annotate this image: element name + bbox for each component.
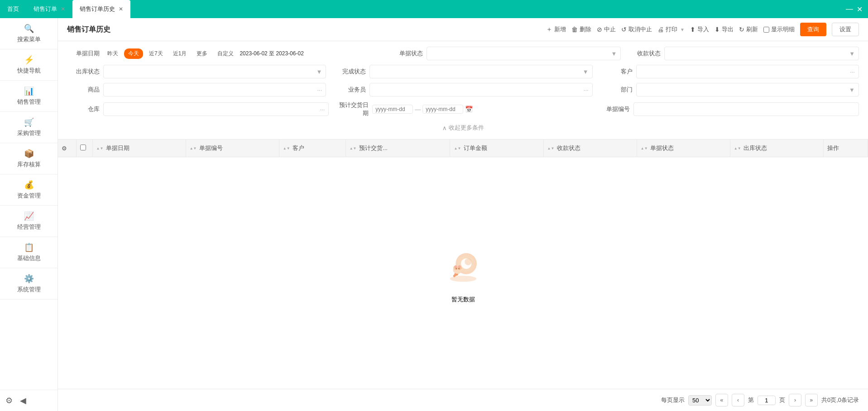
date-tag-more[interactable]: 更多: [192, 48, 211, 59]
sidebar-item-system-mgmt[interactable]: ⚙️ 系统管理: [0, 268, 58, 300]
stop-button[interactable]: ⊘ 中止: [597, 25, 616, 34]
delivery-status-field[interactable]: ▼: [103, 65, 326, 78]
product-field[interactable]: ···: [103, 83, 326, 97]
minimize-icon[interactable]: —: [846, 5, 853, 13]
col-number[interactable]: ▲▼ 单据编号: [186, 140, 279, 157]
sidebar-item-purchase-mgmt[interactable]: 🛒 采购管理: [0, 112, 58, 143]
filter-row-4: 仓库 ··· 预计交货日期 — 📅 单据编号: [67, 101, 859, 117]
sidebar-item-search-menu[interactable]: 🔍 搜索菜单: [0, 18, 58, 49]
department-field[interactable]: ▼: [636, 83, 859, 97]
salesperson-field[interactable]: ···: [369, 83, 592, 97]
payment-status-field[interactable]: ▼: [664, 47, 859, 60]
basic-info-icon: 📋: [24, 242, 34, 252]
finance-icon: 💰: [24, 180, 34, 190]
customer-field[interactable]: ···: [636, 65, 859, 78]
salesperson-label: 业务员: [333, 86, 369, 94]
tab-sales-order-history-close[interactable]: ✕: [119, 6, 123, 12]
page-label: 页: [779, 396, 785, 404]
sidebar-item-basic-info[interactable]: 📋 基础信息: [0, 237, 58, 268]
first-page-button[interactable]: «: [715, 394, 728, 406]
quick-nav-icon: ⚡: [24, 55, 34, 65]
toolbar: ＋ 新增 🗑 删除 ⊘ 中止 ↺ 取消中止 🖨 打印: [546, 23, 859, 36]
print-icon: 🖨: [657, 26, 664, 33]
doc-number-label: 单据编号: [597, 105, 633, 113]
delete-icon: 🗑: [571, 26, 578, 33]
tab-home-label: 首页: [7, 5, 19, 13]
col-delivery-status[interactable]: ▲▼ 出库状态: [730, 140, 823, 157]
date-tag-yesterday[interactable]: 昨天: [103, 48, 122, 59]
sidebar-settings-icon[interactable]: ⚙: [5, 396, 13, 406]
tab-sales-order-close[interactable]: ✕: [61, 6, 65, 12]
display-toggle-checkbox[interactable]: [763, 27, 769, 33]
export-label: 导出: [722, 25, 734, 34]
col-order-status[interactable]: ▲▼ 单据状态: [637, 140, 730, 157]
delivery-date-start[interactable]: [372, 105, 413, 114]
tab-sales-order-history[interactable]: 销售订单历史 ✕: [72, 0, 130, 18]
search-menu-icon: 🔍: [24, 24, 34, 34]
col-date[interactable]: ▲▼ 单据日期: [92, 140, 186, 157]
salesperson-ellipsis-icon: ···: [584, 87, 589, 93]
tab-home[interactable]: 首页: [0, 0, 26, 18]
col-customer[interactable]: ▲▼ 客户: [279, 140, 345, 157]
export-button[interactable]: ⬇ 导出: [715, 25, 734, 34]
col-checkbox[interactable]: [76, 140, 92, 157]
completion-status-field[interactable]: ▼: [369, 65, 592, 78]
print-button[interactable]: 🖨 打印 ▼: [657, 25, 685, 34]
system-mgmt-icon: ⚙️: [24, 274, 34, 284]
select-all-checkbox[interactable]: [80, 145, 86, 150]
sidebar-item-purchase-mgmt-label: 采购管理: [17, 129, 41, 137]
sidebar-item-finance[interactable]: 💰 资金管理: [0, 174, 58, 206]
cancel-stop-button[interactable]: ↺ 取消中止: [621, 25, 652, 34]
prev-page-button[interactable]: ‹: [732, 394, 744, 406]
next-page-button[interactable]: ›: [789, 394, 801, 406]
date-tag-today[interactable]: 今天: [124, 48, 143, 59]
warehouse-label: 仓库: [67, 105, 103, 113]
col-amount[interactable]: ▲▼ 订单金额: [450, 140, 543, 157]
print-label: 打印: [666, 25, 677, 34]
purchase-mgmt-icon: 🛒: [24, 117, 34, 127]
page-size-select[interactable]: 10 20 50 100: [688, 395, 712, 406]
query-button[interactable]: 查询: [800, 23, 826, 36]
delivery-date-end[interactable]: [422, 105, 463, 114]
delete-button[interactable]: 🗑 删除: [571, 25, 591, 34]
sidebar-item-quick-nav[interactable]: ⚡ 快捷导航: [0, 49, 58, 81]
order-status-field[interactable]: ▼: [427, 47, 621, 60]
doc-number-field[interactable]: [633, 102, 859, 116]
col-delivery-date[interactable]: ▲▼ 预计交货...: [345, 140, 450, 157]
display-toggle[interactable]: 显示明细: [763, 25, 795, 34]
stop-label: 中止: [604, 25, 616, 34]
payment-status-label: 收款状态: [628, 49, 664, 58]
col-settings[interactable]: ⚙: [58, 140, 76, 157]
col-payment-status[interactable]: ▲▼ 收款状态: [543, 140, 637, 157]
close-window-icon[interactable]: ✕: [857, 5, 863, 14]
delivery-date-calendar-end[interactable]: 📅: [465, 106, 473, 113]
sidebar-collapse-icon[interactable]: ◀: [20, 396, 26, 406]
collapse-bar[interactable]: ∧ 收起更多条件: [67, 122, 859, 134]
table-area: ⚙ ▲▼ 单据日期 ▲▼ 单据编号 ▲▼: [58, 140, 868, 389]
product-label: 商品: [67, 86, 103, 94]
import-button[interactable]: ⬆ 导入: [690, 25, 709, 34]
date-tag-custom[interactable]: 自定义: [213, 48, 238, 59]
warehouse-field[interactable]: ···: [103, 102, 329, 116]
content-area: 销售订单历史 ＋ 新增 🗑 删除 ⊘ 中止 ↺ 取消中止: [58, 18, 868, 411]
sidebar-item-inventory[interactable]: 📦 库存核算: [0, 143, 58, 174]
last-page-button[interactable]: »: [805, 394, 818, 406]
order-status-arrow: ▼: [611, 50, 617, 57]
date-tag-7days[interactable]: 近7天: [145, 48, 167, 59]
page-size-label: 每页显示: [661, 396, 685, 404]
setting-button[interactable]: 设置: [832, 23, 859, 36]
empty-state: 暂无数据: [58, 157, 868, 389]
tab-sales-order[interactable]: 销售订单 ✕: [26, 0, 72, 18]
department-label: 部门: [600, 86, 636, 94]
refresh-button[interactable]: ↻ 刷新: [739, 25, 758, 34]
new-button[interactable]: ＋ 新增: [546, 25, 566, 34]
date-range-value: 2023-06-02 至 2023-06-02: [240, 50, 303, 58]
sidebar-item-operation[interactable]: 📈 经营管理: [0, 206, 58, 237]
page-input[interactable]: [758, 396, 776, 405]
svg-point-15: [459, 268, 459, 268]
col-action: 操作: [823, 140, 868, 157]
date-tag-1month[interactable]: 近1月: [169, 48, 191, 59]
sidebar-item-sales-mgmt[interactable]: 📊 销售管理: [0, 81, 58, 112]
filter-area: 单据日期 昨天 今天 近7天 近1月 更多 自定义 2023-06-02 至 2…: [58, 41, 868, 140]
filter-row-3: 商品 ··· 业务员 ··· 部门 ▼: [67, 83, 859, 97]
